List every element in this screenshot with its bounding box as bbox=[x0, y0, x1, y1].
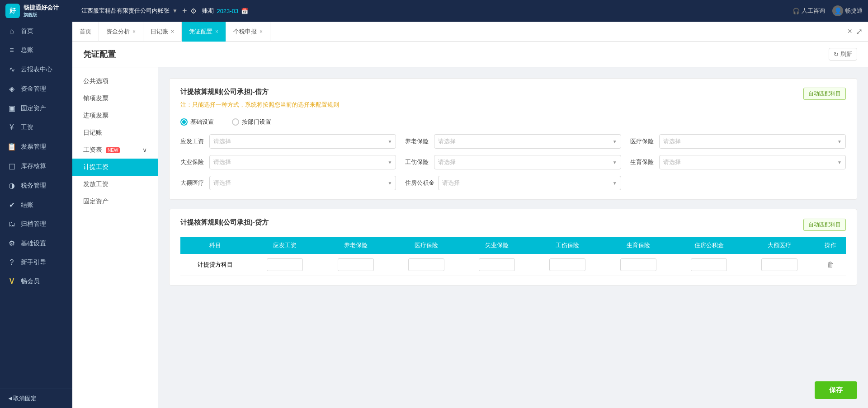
delete-row-icon[interactable]: 🗑 bbox=[827, 261, 834, 268]
sidebar-item-label: 资金管理 bbox=[21, 85, 46, 93]
left-menu-item-salary-issue[interactable]: 发放工资 bbox=[72, 176, 158, 193]
sidebar-item-home[interactable]: ⌂ 首页 bbox=[0, 22, 72, 41]
settings-icon[interactable]: ⚙ bbox=[190, 7, 197, 15]
sidebar-item-label: 结账 bbox=[21, 201, 33, 209]
sidebar-item-capital[interactable]: ◈ 资金管理 bbox=[0, 79, 72, 98]
cancel-fixed-button[interactable]: ◄取消固定 bbox=[0, 389, 72, 408]
select-shengyu[interactable]: 请选择 ▼ bbox=[659, 155, 846, 169]
select-yanglao[interactable]: 请选择 ▼ bbox=[434, 134, 621, 149]
sidebar-item-ledger[interactable]: ≡ 总账 bbox=[0, 41, 72, 60]
cell-yiliao bbox=[391, 254, 462, 276]
tab-journal-close[interactable]: × bbox=[171, 28, 174, 35]
sidebar-item-archive[interactable]: 🗂 归档管理 bbox=[0, 215, 72, 234]
select-gongjijin-arrow: ▼ bbox=[613, 181, 617, 186]
consult-button[interactable]: 🎧 人工咨询 bbox=[793, 7, 825, 15]
period-value: 2023-03 bbox=[217, 8, 238, 14]
refresh-button[interactable]: ↻ 刷新 bbox=[829, 48, 857, 61]
select-yingfa[interactable]: 请选择 ▼ bbox=[209, 134, 396, 149]
radio-basic[interactable]: 基础设置 bbox=[180, 118, 214, 126]
input-credit-yiliao[interactable] bbox=[408, 258, 444, 271]
tab-capital[interactable]: 资金分析 × bbox=[99, 22, 143, 42]
input-credit-yanglao[interactable] bbox=[338, 258, 374, 271]
sidebar-item-member[interactable]: V 畅会员 bbox=[0, 272, 72, 291]
tab-voucher[interactable]: 凭证配置 × bbox=[182, 22, 226, 42]
sidebar-item-assets[interactable]: ▣ 固定资产 bbox=[0, 98, 72, 118]
company-dropdown-icon[interactable]: ▼ bbox=[172, 8, 178, 14]
select-shiye[interactable]: 请选择 ▼ bbox=[209, 155, 396, 169]
add-button[interactable]: + bbox=[182, 6, 187, 16]
username-label: 畅捷通 bbox=[845, 7, 863, 15]
tab-capital-close[interactable]: × bbox=[132, 28, 136, 35]
sidebar-item-inventory[interactable]: ◫ 库存核算 bbox=[0, 156, 72, 176]
save-button[interactable]: 保存 bbox=[815, 381, 857, 399]
sidebar-item-closing[interactable]: ✔ 结账 bbox=[0, 195, 72, 215]
field-yiliao: 医疗保险 请选择 ▼ bbox=[630, 134, 846, 149]
input-credit-gongjijin[interactable] bbox=[691, 258, 727, 271]
radio-basic-circle bbox=[180, 118, 188, 126]
tab-home[interactable]: 首页 bbox=[72, 22, 99, 42]
input-credit-shiye[interactable] bbox=[479, 258, 515, 271]
calendar-icon[interactable]: 📅 bbox=[241, 8, 248, 14]
sidebar-item-reports[interactable]: ∿ 云报表中心 bbox=[0, 60, 72, 79]
expand-icon[interactable]: ⤢ bbox=[856, 27, 863, 37]
left-menu-item-fixed-assets[interactable]: 固定资产 bbox=[72, 193, 158, 210]
select-gongjijin[interactable]: 请选择 ▼ bbox=[438, 176, 621, 190]
radio-dept[interactable]: 按部门设置 bbox=[232, 118, 271, 126]
cell-dale bbox=[744, 254, 815, 276]
credit-section-title: 计提核算规则(公司承担)-贷方 bbox=[180, 218, 269, 227]
cell-shiye bbox=[462, 254, 532, 276]
sidebar-item-tax[interactable]: ◑ 税务管理 bbox=[0, 176, 72, 195]
left-menu-item-purchase-invoice[interactable]: 进项发票 bbox=[72, 107, 158, 124]
sidebar-item-guide[interactable]: ? 新手引导 bbox=[0, 253, 72, 272]
new-badge: NEW bbox=[106, 147, 120, 153]
select-gongshang[interactable]: 请选择 ▼ bbox=[434, 155, 621, 169]
expand-arrow-icon: ∨ bbox=[142, 146, 147, 154]
select-yingfa-arrow: ▼ bbox=[387, 139, 392, 144]
label-yingfa: 应发工资 bbox=[180, 137, 206, 145]
close-all-icon[interactable]: × bbox=[847, 27, 852, 36]
assets-icon: ▣ bbox=[7, 104, 16, 113]
cell-subject-label: 计提贷方科目 bbox=[180, 254, 250, 276]
sidebar-item-salary[interactable]: ¥ 工资 bbox=[0, 118, 72, 137]
radio-dept-circle bbox=[232, 118, 239, 126]
sidebar-item-label: 新手引导 bbox=[21, 258, 46, 267]
input-credit-gongshang[interactable] bbox=[549, 258, 585, 271]
label-dale: 大额医疗 bbox=[180, 179, 206, 187]
col-subject: 科目 bbox=[180, 237, 250, 254]
top-bar: 好 畅捷通好会计 旗舰版 江西服宝精品有限责任公司内账张 ▼ + ⚙ 账期 20… bbox=[0, 0, 868, 22]
field-dale: 大额医疗 请选择 ▼ bbox=[180, 176, 396, 190]
select-dale[interactable]: 请选择 ▼ bbox=[209, 176, 396, 190]
left-menu-item-salary-accrual[interactable]: 计提工资 bbox=[72, 159, 158, 176]
period-selector[interactable]: 账期 2023-03 📅 bbox=[202, 7, 248, 15]
content-area: 首页 资金分析 × 日记账 × 凭证配置 × 个税申报 × × ⤢ bbox=[72, 22, 868, 408]
tab-home-label: 首页 bbox=[80, 28, 91, 36]
credit-auto-match-button[interactable]: 自动匹配科目 bbox=[803, 219, 846, 231]
input-credit-yingfa[interactable] bbox=[267, 258, 303, 271]
select-shengyu-arrow: ▼ bbox=[837, 160, 842, 165]
sidebar-item-invoice[interactable]: 📋 发票管理 bbox=[0, 137, 72, 156]
tab-tax[interactable]: 个税申报 × bbox=[226, 22, 270, 42]
sidebar-item-settings[interactable]: ⚙ 基础设置 bbox=[0, 234, 72, 253]
select-yiliao[interactable]: 请选择 ▼ bbox=[659, 134, 846, 149]
left-menu-item-salary-table[interactable]: 工资表 NEW ∨ bbox=[72, 141, 158, 159]
input-credit-shengyu[interactable] bbox=[620, 258, 656, 271]
tab-actions: × ⤢ bbox=[844, 27, 868, 37]
credit-table: 科目 应发工资 养老保险 医疗保险 失业保险 工伤保险 生育保险 住房公积金 大… bbox=[180, 237, 846, 276]
tab-capital-label: 资金分析 bbox=[106, 28, 130, 36]
company-selector[interactable]: 江西服宝精品有限责任公司内账张 ▼ bbox=[81, 7, 178, 15]
credit-section: 计提核算规则(公司承担)-贷方 自动匹配科目 科目 应发工资 养老保险 医疗保险… bbox=[169, 209, 857, 286]
label-shengyu: 生育保险 bbox=[630, 158, 656, 166]
tab-voucher-close[interactable]: × bbox=[215, 28, 218, 35]
left-menu-item-sales-invoice[interactable]: 销项发票 bbox=[72, 90, 158, 107]
left-menu-item-public[interactable]: 公共选项 bbox=[72, 73, 158, 90]
user-menu[interactable]: 👤 畅捷通 bbox=[832, 5, 863, 16]
tab-tax-close[interactable]: × bbox=[259, 28, 263, 35]
tab-journal[interactable]: 日记账 × bbox=[143, 22, 182, 42]
col-yiliao: 医疗保险 bbox=[391, 237, 462, 254]
debit-auto-match-button[interactable]: 自动匹配科目 bbox=[803, 88, 846, 100]
input-credit-dale[interactable] bbox=[761, 258, 797, 271]
sidebar: ⌂ 首页 ≡ 总账 ∿ 云报表中心 ◈ 资金管理 ▣ 固定资产 ¥ 工资 📋 发… bbox=[0, 22, 72, 408]
left-menu-item-journal[interactable]: 日记账 bbox=[72, 124, 158, 141]
field-shiye: 失业保险 请选择 ▼ bbox=[180, 155, 396, 169]
sidebar-item-label: 固定资产 bbox=[21, 104, 46, 113]
